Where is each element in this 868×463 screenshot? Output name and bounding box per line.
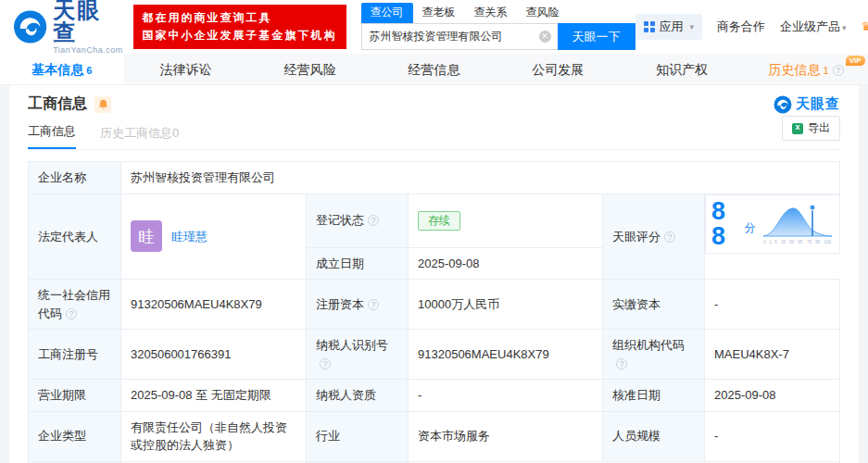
promo-banner: 都在用的商业查询工具 国家中小企业发展子基金旗下机构 — [133, 5, 346, 48]
subtab-business-info[interactable]: 工商信息 — [28, 123, 76, 149]
help-icon[interactable] — [320, 358, 331, 369]
reg-no-label: 工商注册号 — [29, 330, 121, 380]
company-name-value: 苏州智核投资管理有限公司 — [121, 162, 840, 194]
tianyancha-logo-icon — [774, 95, 792, 114]
tianyancha-logo-icon — [13, 9, 47, 44]
header-menu: 应用▾ 商务合作 企业级产品▾ ♛ 开通会员▾ 费米▾ — [635, 14, 868, 40]
tianyancha-logo[interactable]: 天眼查 TianYanCha.com — [13, 0, 124, 55]
tab-history-info[interactable]: 历史信息1VIP — [744, 54, 868, 84]
business-cooperation-link[interactable]: 商务合作 — [717, 19, 765, 35]
score-distribution-chart: 0152550657595100 — [761, 202, 834, 246]
tab-operating-info[interactable]: 经营信息 — [372, 54, 497, 84]
search-input[interactable] — [361, 23, 558, 50]
status-label: 登记状态 — [307, 194, 409, 248]
taxpayer-qual-value: - — [409, 380, 603, 412]
company-name-label: 企业名称 — [29, 162, 121, 194]
subtab-history-business-info[interactable]: 历史工商信息0 — [100, 125, 179, 149]
logo-title: 天眼查 — [53, 0, 123, 44]
enterprise-products-menu[interactable]: 企业级产品▾ — [780, 19, 847, 35]
staff-size-value: - — [705, 411, 840, 461]
uscc-label: 统一社会信用代码 — [29, 280, 121, 330]
open-vip-menu[interactable]: ♛ 开通会员▾ — [862, 19, 868, 35]
chevron-down-icon: ▾ — [690, 22, 695, 31]
term-value: 2025-09-08 至 无固定期限 — [121, 380, 307, 412]
table-row: 法定代表人 眭 眭瑾慧 登记状态 存续 成立日期 2025-09-08 天眼评分… — [29, 194, 840, 280]
apps-menu[interactable]: 应用▾ — [635, 14, 703, 40]
chart-x-ticks: 0152550657595100 — [761, 239, 834, 246]
company-nav-tabs: 基本信息6 法律诉讼 经营风险 经营信息 公司发展 知识产权 历史信息1VIP — [0, 54, 868, 85]
section-title: 工商信息 — [28, 94, 87, 114]
clear-search-icon[interactable]: ✕ — [539, 31, 551, 43]
help-icon[interactable] — [616, 358, 627, 369]
company-type-value: 有限责任公司（非自然人投资或控股的法人独资） — [121, 411, 307, 461]
org-code-value: MAEU4K8X-7 — [705, 330, 840, 380]
reg-capital-value: 10000万人民币 — [409, 280, 603, 330]
established-value: 2025-09-08 — [409, 248, 602, 280]
tab-operating-risk[interactable]: 经营风险 — [248, 54, 372, 84]
score-label: 天眼评分 — [603, 194, 705, 280]
legal-rep-label: 法定代表人 — [29, 194, 121, 280]
score-value: 88 — [711, 199, 739, 249]
apps-grid-icon — [644, 21, 655, 32]
staff-size-label: 人员规模 — [603, 411, 705, 461]
crown-icon: ♛ — [862, 19, 868, 33]
tab-company-development[interactable]: 公司发展 — [496, 54, 620, 84]
table-row: 企业类型 有限责任公司（非自然人投资或控股的法人独资） 行业 资本市场服务 人员… — [29, 411, 840, 461]
help-icon[interactable] — [368, 299, 379, 310]
search-tab-boss[interactable]: 查老板 — [413, 3, 465, 23]
help-icon[interactable] — [66, 308, 77, 319]
legal-rep-avatar[interactable]: 眭 — [131, 220, 162, 252]
taxpayer-id-label: 纳税人识别号 — [307, 330, 409, 380]
business-info-table: 企业名称 苏州智核投资管理有限公司 法定代表人 眭 眭瑾慧 登记状态 存续 成立… — [28, 161, 840, 463]
tab-legal-proceedings[interactable]: 法律诉讼 — [124, 54, 248, 84]
paid-capital-label: 实缴资本 — [603, 280, 705, 330]
table-row: 统一社会信用代码 91320506MAEU4K8X79 注册资本 10000万人… — [29, 280, 840, 330]
search-tab-company[interactable]: 查公司 — [361, 3, 413, 23]
score-cell[interactable]: 88 分 0152550657595100 — [705, 194, 840, 254]
org-code-label: 组织机构代码 — [603, 330, 705, 380]
subscribe-bell-icon[interactable] — [94, 96, 111, 113]
industry-label: 行业 — [307, 411, 409, 461]
paid-capital-value: - — [705, 280, 840, 330]
top-header: 天眼查 TianYanCha.com 都在用的商业查询工具 国家中小企业发展子基… — [0, 0, 868, 54]
reg-capital-label: 注册资本 — [307, 280, 409, 330]
approval-date-value: 2025-09-08 — [705, 380, 840, 412]
main-content: 工商信息 天眼查 工商信息 历史工商信息0 导出 企业名称 苏州智核投资管理有限… — [9, 85, 859, 463]
tianyancha-watermark: 天眼查 — [774, 95, 840, 114]
search-button[interactable]: 天眼一下 — [558, 23, 635, 50]
term-label: 营业期限 — [29, 380, 121, 412]
help-icon — [833, 65, 844, 76]
approval-date-label: 核准日期 — [603, 380, 705, 412]
search-area: 查公司 查老板 查关系 查风险 ✕ 天眼一下 — [361, 4, 635, 50]
status-badge: 存续 — [418, 211, 460, 231]
table-row: 企业名称 苏州智核投资管理有限公司 — [29, 162, 840, 194]
search-tabs: 查公司 查老板 查关系 查风险 — [361, 4, 635, 23]
legal-rep-name-link[interactable]: 眭瑾慧 — [171, 228, 208, 246]
established-label: 成立日期 — [307, 248, 409, 280]
reg-no-value: 320506001766391 — [121, 330, 307, 380]
help-icon[interactable] — [368, 215, 379, 226]
industry-value: 资本市场服务 — [409, 411, 603, 461]
table-row: 工商注册号 320506001766391 纳税人识别号 91320506MAE… — [29, 330, 840, 380]
export-button[interactable]: 导出 — [782, 116, 840, 141]
uscc-value: 91320506MAEU4K8X79 — [121, 280, 307, 330]
vip-badge: VIP — [846, 56, 865, 66]
tab-intellectual-property[interactable]: 知识产权 — [620, 54, 744, 84]
company-type-label: 企业类型 — [29, 411, 121, 461]
taxpayer-id-value: 91320506MAEU4K8X79 — [409, 330, 603, 380]
tab-basic-info[interactable]: 基本信息6 — [0, 54, 124, 84]
excel-icon — [792, 123, 803, 134]
taxpayer-qual-label: 纳税人资质 — [307, 380, 409, 412]
help-icon[interactable] — [664, 232, 675, 243]
search-tab-risk[interactable]: 查风险 — [517, 3, 569, 23]
subtabs: 工商信息 历史工商信息0 导出 — [28, 123, 840, 150]
table-row: 营业期限 2025-09-08 至 无固定期限 纳税人资质 - 核准日期 202… — [29, 380, 840, 412]
search-tab-relation[interactable]: 查关系 — [465, 3, 517, 23]
chevron-down-icon: ▾ — [842, 23, 847, 32]
